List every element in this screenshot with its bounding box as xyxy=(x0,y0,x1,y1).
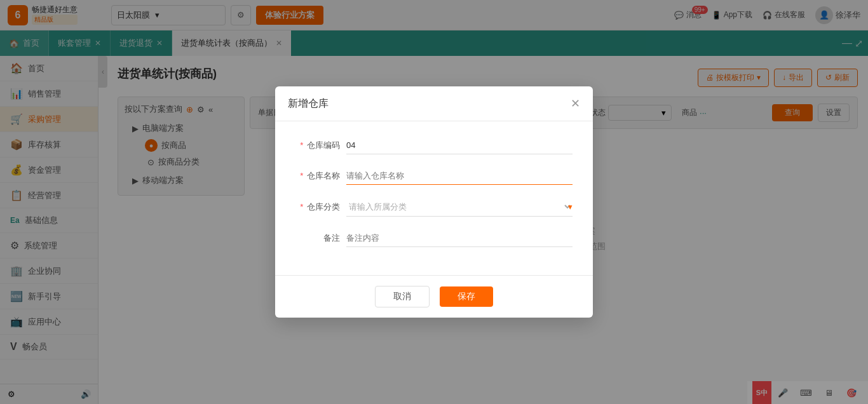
remark-label: 备注 xyxy=(295,232,346,244)
form-row-code: * 仓库编码 xyxy=(295,137,573,154)
modal-overlay: 新增仓库 ✕ * 仓库编码 * 仓库名称 xyxy=(0,0,868,404)
modal-title: 新增仓库 xyxy=(288,97,329,111)
required-star-name: * xyxy=(300,171,303,180)
required-star-code: * xyxy=(300,140,303,150)
code-input[interactable] xyxy=(346,137,573,154)
form-row-remark: 备注 xyxy=(295,229,573,247)
remark-input[interactable] xyxy=(346,229,573,247)
category-select[interactable]: 请输入所属分类 xyxy=(346,198,573,216)
save-button[interactable]: 保存 xyxy=(440,286,493,307)
modal-footer: 取消 保存 xyxy=(275,275,593,318)
category-select-wrapper: 请输入所属分类 ▾ xyxy=(346,198,573,217)
modal-body: * 仓库编码 * 仓库名称 * 仓库分类 xyxy=(275,121,593,275)
code-label: * 仓库编码 xyxy=(295,140,346,151)
add-warehouse-modal: 新增仓库 ✕ * 仓库编码 * 仓库名称 xyxy=(275,86,593,318)
category-label: * 仓库分类 xyxy=(295,201,346,213)
cancel-button[interactable]: 取消 xyxy=(375,286,430,307)
modal-close-button[interactable]: ✕ xyxy=(571,97,580,111)
modal-header: 新增仓库 ✕ xyxy=(275,86,593,121)
required-star-category: * xyxy=(300,202,303,212)
category-dropdown-arrow-icon: ▾ xyxy=(568,202,573,212)
name-label: * 仓库名称 xyxy=(295,170,346,182)
form-row-category: * 仓库分类 请输入所属分类 ▾ xyxy=(295,198,573,217)
form-row-name: * 仓库名称 xyxy=(295,167,573,185)
name-input[interactable] xyxy=(346,167,573,185)
